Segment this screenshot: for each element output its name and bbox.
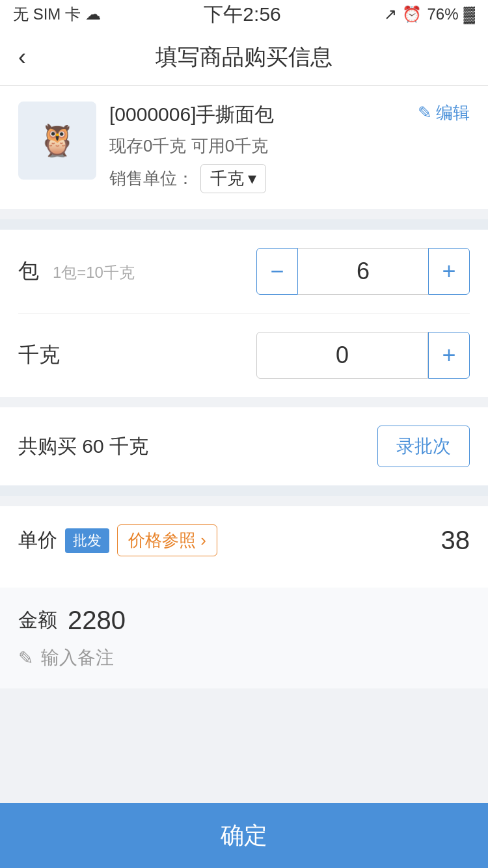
record-batch-button[interactable]: 录批次 <box>377 426 470 467</box>
status-bar-left: 无 SIM 卡 ☁ <box>13 4 101 25</box>
bao-row: 包 1包=10千克 − + <box>18 230 470 314</box>
location-icon: ↗ <box>384 5 397 23</box>
kg-row: 千克 + <box>18 314 470 397</box>
edit-button[interactable]: ✎ 编辑 <box>418 102 470 124</box>
bao-hint: 1包=10千克 <box>53 264 135 281</box>
kg-controls: + <box>256 332 470 379</box>
price-ref-button[interactable]: 价格参照 › <box>117 524 217 556</box>
price-value: 38 <box>441 526 470 555</box>
kg-label: 千克 <box>18 341 256 370</box>
sim-text: 无 SIM 卡 ☁ <box>13 4 101 25</box>
bao-label-group: 包 1包=10千克 <box>18 257 256 286</box>
battery-text: 76% <box>427 5 458 23</box>
pencil-icon: ✎ <box>18 647 33 669</box>
kg-plus-button[interactable]: + <box>428 332 470 379</box>
bao-minus-button[interactable]: − <box>256 248 298 295</box>
product-card: 🦉 [0000006]手撕面包 现存0千克 可用0千克 销售单位： 千克 ▾ ✎… <box>0 86 488 209</box>
product-name: [0000006]手撕面包 <box>109 102 405 128</box>
battery-icon: ▓ <box>463 5 475 23</box>
status-bar-time: 下午2:56 <box>204 1 280 28</box>
product-image: 🦉 <box>18 102 96 180</box>
status-bar-right: ↗ ⏰ 76% ▓ <box>384 5 475 23</box>
edit-icon: ✎ <box>418 103 432 123</box>
bao-input[interactable] <box>298 248 428 295</box>
unit-value: 千克 <box>210 167 244 190</box>
amount-section: 金额 2280 ✎ 输入备注 <box>0 588 488 688</box>
summary-section: 共购买 60 千克 录批次 <box>0 407 488 485</box>
bao-controls: − + <box>256 248 470 295</box>
input-section: 包 1包=10千克 − + 千克 + <box>0 230 488 397</box>
price-label: 单价 <box>18 527 57 554</box>
bao-plus-button[interactable]: + <box>428 248 470 295</box>
unit-selector[interactable]: 千克 ▾ <box>200 164 266 193</box>
divider-1 <box>0 219 488 230</box>
note-placeholder: 输入备注 <box>41 645 114 670</box>
nav-bar: ‹ 填写商品购买信息 <box>0 29 488 86</box>
unit-dropdown-icon: ▾ <box>248 169 256 189</box>
bao-label: 包 <box>18 259 39 282</box>
edit-label: 编辑 <box>436 102 470 124</box>
price-row: 单价 批发 价格参照 › 38 <box>18 524 470 556</box>
price-left: 单价 批发 价格参照 › <box>18 524 217 556</box>
unit-label: 销售单位： <box>109 167 194 190</box>
confirm-button[interactable]: 确定 <box>0 803 488 868</box>
divider-2 <box>0 485 488 496</box>
price-section: 单价 批发 价格参照 › 38 <box>0 506 488 588</box>
status-bar: 无 SIM 卡 ☁ 下午2:56 ↗ ⏰ 76% ▓ <box>0 0 488 29</box>
amount-value: 2280 <box>68 606 126 635</box>
product-unit-row: 销售单位： 千克 ▾ <box>109 164 405 193</box>
note-row[interactable]: ✎ 输入备注 <box>18 645 470 670</box>
amount-row: 金额 2280 <box>18 606 470 635</box>
amount-label: 金额 <box>18 607 57 634</box>
page-title: 填写商品购买信息 <box>156 42 332 72</box>
wholesale-tag: 批发 <box>65 528 109 553</box>
kg-input[interactable] <box>256 332 428 379</box>
product-logo: 🦉 <box>38 122 77 159</box>
back-button[interactable]: ‹ <box>18 44 26 71</box>
product-info: [0000006]手撕面包 现存0千克 可用0千克 销售单位： 千克 ▾ <box>109 102 405 193</box>
summary-text: 共购买 60 千克 <box>18 433 148 460</box>
product-stock: 现存0千克 可用0千克 <box>109 135 405 157</box>
alarm-icon: ⏰ <box>402 5 422 23</box>
